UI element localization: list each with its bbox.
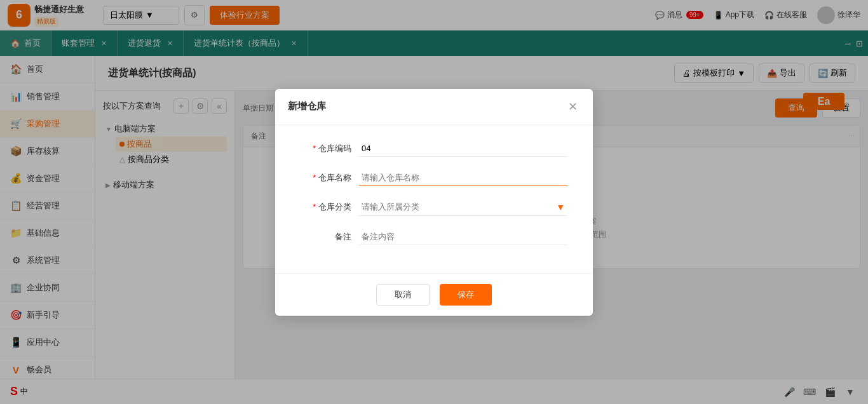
warehouse-note-label: 备注 bbox=[301, 231, 351, 243]
modal-header: 新增仓库 ✕ bbox=[275, 89, 593, 125]
save-button[interactable]: 保存 bbox=[440, 284, 492, 306]
warehouse-category-input[interactable] bbox=[362, 202, 556, 212]
warehouse-category-select[interactable]: ▼ bbox=[359, 199, 567, 216]
modal-overlay[interactable]: 新增仓库 ✕ 仓库编码 仓库名称 仓库分类 ▼ bbox=[0, 0, 868, 404]
warehouse-code-input[interactable] bbox=[359, 140, 567, 157]
warehouse-name-input[interactable] bbox=[359, 170, 567, 186]
warehouse-name-row: 仓库名称 bbox=[301, 170, 567, 186]
warehouse-code-label: 仓库编码 bbox=[301, 143, 351, 154]
category-dropdown-icon: ▼ bbox=[556, 202, 565, 212]
warehouse-code-row: 仓库编码 bbox=[301, 140, 567, 157]
add-warehouse-modal: 新增仓库 ✕ 仓库编码 仓库名称 仓库分类 ▼ bbox=[275, 89, 593, 316]
modal-title: 新增仓库 bbox=[288, 100, 326, 112]
modal-close-button[interactable]: ✕ bbox=[565, 99, 580, 114]
cancel-button[interactable]: 取消 bbox=[376, 284, 430, 306]
warehouse-name-label: 仓库名称 bbox=[301, 172, 351, 184]
warehouse-note-input[interactable] bbox=[359, 229, 567, 245]
modal-footer: 取消 保存 bbox=[275, 273, 593, 316]
warehouse-category-row: 仓库分类 ▼ bbox=[301, 199, 567, 216]
warehouse-note-row: 备注 bbox=[301, 229, 567, 245]
modal-body: 仓库编码 仓库名称 仓库分类 ▼ 备注 bbox=[275, 125, 593, 273]
warehouse-category-label: 仓库分类 bbox=[301, 201, 351, 213]
